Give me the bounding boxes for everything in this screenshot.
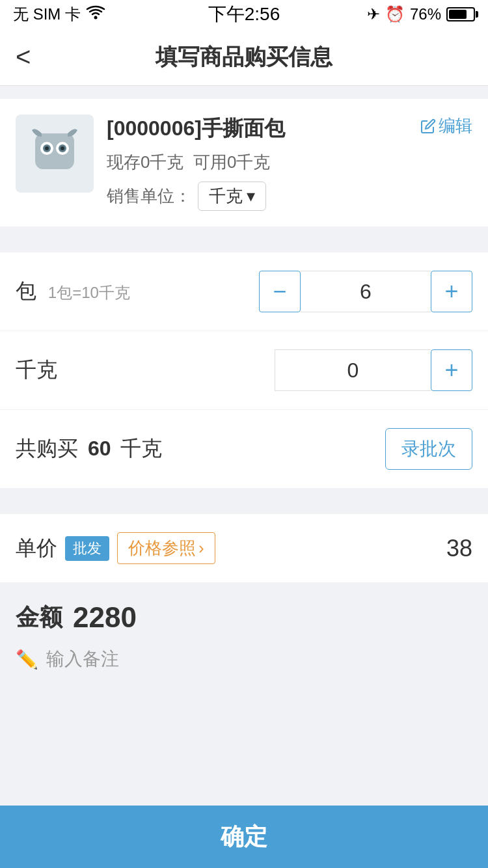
total-value: 60 bbox=[88, 437, 111, 460]
amount-section: 金额 2280 ✏️ 输入备注 bbox=[0, 583, 488, 685]
quantity-label-bao: 包 1包=10千克 bbox=[16, 277, 259, 306]
svg-point-6 bbox=[45, 146, 49, 150]
bao-quantity-input[interactable] bbox=[301, 271, 431, 312]
kg-increment-button[interactable]: + bbox=[431, 349, 472, 391]
divider-1 bbox=[0, 226, 488, 239]
carrier-text: 无 SIM 卡 bbox=[13, 4, 81, 25]
price-ref-arrow-icon: › bbox=[198, 538, 204, 558]
product-owl-icon bbox=[29, 124, 81, 184]
nav-bar: < 填写商品购买信息 bbox=[0, 29, 488, 86]
bao-hint: 1包=10千克 bbox=[48, 284, 130, 301]
price-ref-label: 价格参照 bbox=[128, 537, 196, 560]
edit-label: 编辑 bbox=[439, 115, 472, 137]
kg-quantity-input[interactable] bbox=[275, 349, 431, 391]
product-unit-row: 销售单位： 千克 ▾ bbox=[107, 182, 472, 211]
location-icon: ✈ bbox=[367, 5, 380, 23]
confirm-button[interactable]: 确定 bbox=[0, 806, 488, 868]
edit-button[interactable]: 编辑 bbox=[420, 115, 472, 137]
remark-row[interactable]: ✏️ 输入备注 bbox=[16, 647, 472, 671]
kg-quantity-control: + bbox=[275, 349, 472, 391]
total-text: 共购买 60 千克 bbox=[16, 435, 162, 463]
quantity-row-bao: 包 1包=10千克 − + bbox=[0, 252, 488, 331]
status-bar: 无 SIM 卡 下午2:56 ✈ ⏰ 76% bbox=[0, 0, 488, 29]
total-row: 共购买 60 千克 录批次 bbox=[0, 410, 488, 488]
pencil-icon: ✏️ bbox=[16, 649, 38, 670]
unit-dropdown-icon: ▾ bbox=[247, 186, 255, 206]
price-label: 单价 bbox=[16, 534, 57, 563]
product-card: [0000006]手撕面包 编辑 现存0千克 可用0千克 销售单位： 千克 ▾ bbox=[0, 99, 488, 226]
wifi-icon bbox=[86, 5, 105, 23]
alarm-icon: ⏰ bbox=[385, 5, 405, 23]
status-time: 下午2:56 bbox=[208, 2, 280, 27]
svg-point-7 bbox=[61, 146, 64, 150]
unit-selector[interactable]: 千克 ▾ bbox=[198, 182, 266, 211]
product-name: [0000006]手撕面包 bbox=[107, 115, 285, 143]
product-image bbox=[16, 115, 94, 193]
bao-label: 包 bbox=[16, 279, 36, 303]
product-stock: 现存0千克 可用0千克 bbox=[107, 151, 472, 174]
svg-rect-1 bbox=[35, 133, 74, 169]
price-value: 38 bbox=[446, 535, 472, 562]
kg-label: 千克 bbox=[16, 358, 57, 381]
bao-decrement-button[interactable]: − bbox=[259, 271, 301, 312]
status-left: 无 SIM 卡 bbox=[13, 4, 105, 25]
back-button[interactable]: < bbox=[16, 42, 31, 72]
amount-row: 金额 2280 bbox=[16, 601, 472, 634]
price-type-tag: 批发 bbox=[65, 536, 109, 561]
quantity-label-kg: 千克 bbox=[16, 356, 275, 385]
remark-placeholder: 输入备注 bbox=[46, 647, 119, 671]
product-info: [0000006]手撕面包 编辑 现存0千克 可用0千克 销售单位： 千克 ▾ bbox=[107, 115, 472, 211]
price-section: 单价 批发 价格参照 › 38 bbox=[0, 514, 488, 583]
unit-value: 千克 bbox=[209, 185, 243, 208]
battery-percent: 76% bbox=[410, 5, 441, 23]
unit-label: 销售单位： bbox=[107, 185, 191, 208]
quantity-row-kg: 千克 + bbox=[0, 331, 488, 410]
price-row: 单价 批发 价格参照 › 38 bbox=[16, 532, 472, 564]
price-left: 单价 批发 价格参照 › bbox=[16, 532, 215, 564]
quantity-section: 包 1包=10千克 − + 千克 + bbox=[0, 252, 488, 410]
amount-value: 2280 bbox=[73, 601, 137, 634]
record-batch-button[interactable]: 录批次 bbox=[385, 428, 472, 470]
svg-point-0 bbox=[94, 16, 98, 20]
status-right: ✈ ⏰ 76% bbox=[367, 5, 475, 23]
divider-2 bbox=[0, 488, 488, 501]
page-title: 填写商品购买信息 bbox=[156, 42, 332, 72]
bao-increment-button[interactable]: + bbox=[431, 271, 472, 312]
price-reference-button[interactable]: 价格参照 › bbox=[117, 532, 215, 564]
bao-quantity-control: − + bbox=[259, 271, 472, 312]
battery-icon bbox=[446, 7, 475, 21]
amount-label: 金额 bbox=[16, 602, 62, 634]
